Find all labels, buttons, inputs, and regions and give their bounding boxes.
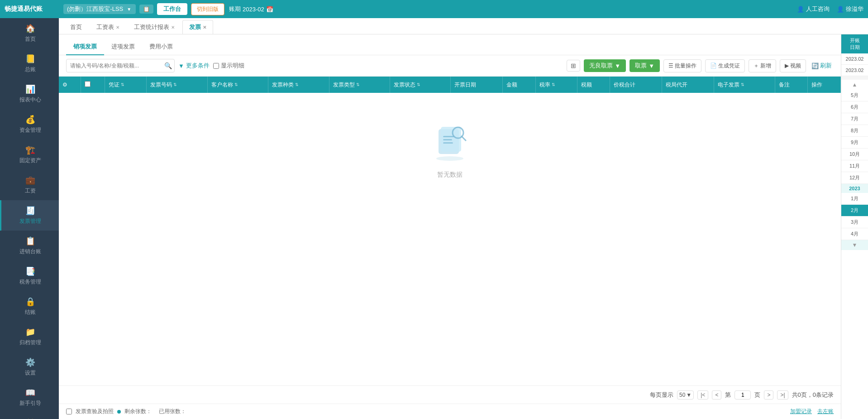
go-right-link[interactable]: 去左账 <box>817 408 834 415</box>
take-ticket-label: 取票 <box>635 62 647 70</box>
new-label: 新增 <box>760 62 771 70</box>
switch-version-button[interactable]: 切到旧版 <box>191 3 224 15</box>
open-period-button[interactable]: 开账 日期 <box>841 34 868 53</box>
date-month-11[interactable]: 11月 <box>841 160 868 172</box>
date-month-2023-2[interactable]: 2月 <box>841 205 868 217</box>
next-page-button[interactable]: > <box>764 390 773 400</box>
company-selector[interactable]: (勿删）江西股宝-LSS ▼ <box>63 4 136 14</box>
sidebar-item-ledger[interactable]: 📒 总账 <box>0 48 59 79</box>
date-month-8[interactable]: 8月 <box>841 125 868 137</box>
sidebar-item-fixed-assets[interactable]: 🏗️ 固定资产 <box>0 140 59 170</box>
date-month-12[interactable]: 12月 <box>841 172 868 184</box>
last-page-button[interactable]: >| <box>777 390 788 400</box>
tab-invoice-close-icon[interactable]: ✕ <box>203 25 206 30</box>
new-button[interactable]: ＋ 新增 <box>749 59 776 72</box>
date-nav-up[interactable]: ▲ <box>841 80 868 90</box>
batch-op-button[interactable]: ☰ 批量操作 <box>663 59 701 72</box>
show-detail-checkbox-label[interactable]: 显示明细 <box>213 62 244 70</box>
prev-page-button[interactable]: < <box>712 390 721 400</box>
sidebar-label-home: 首页 <box>25 35 36 43</box>
th-settings[interactable]: ⚙ <box>59 77 81 93</box>
first-page-button[interactable]: |< <box>697 390 708 400</box>
open-period-label2: 日期 <box>850 44 860 50</box>
tax-code-col-label: 税局代开 <box>666 81 687 89</box>
show-detail-label: 显示明细 <box>221 62 244 70</box>
date-year-2023-02-second[interactable]: 2023.02 <box>841 65 868 76</box>
status-bar: 发票查验及拍照 剩余张数： 已用张数： 加盟记录 去左账 <box>59 404 841 419</box>
sidebar-item-payroll[interactable]: 💼 工资 <box>0 170 59 200</box>
th-e-invoice[interactable]: 电子发票 ⇅ <box>714 77 775 93</box>
tab-home-label: 首页 <box>70 23 82 31</box>
th-customer[interactable]: 客户名称 ⇅ <box>207 77 268 93</box>
svg-line-7 <box>462 136 466 140</box>
verify-checkbox[interactable] <box>66 409 72 414</box>
sidebar-item-funds[interactable]: 💰 资金管理 <box>0 109 59 140</box>
sidebar-item-invoices[interactable]: 🧾 发票管理 <box>0 200 59 231</box>
toolbar-left: 🔍 ▼ 更多条件 显示明细 <box>66 59 563 72</box>
invoice-no-col-label: 发票号码 <box>150 81 172 89</box>
tab-payroll-stats-close-icon[interactable]: ✕ <box>171 25 175 30</box>
customer-col-label: 客户名称 <box>211 81 233 89</box>
search-input[interactable] <box>66 59 175 72</box>
sidebar-label-ledger: 总账 <box>25 66 36 73</box>
sidebar-label-closing: 结账 <box>25 308 36 316</box>
page-number-input[interactable] <box>734 390 751 400</box>
search-icon-button[interactable]: 🔍 <box>164 62 172 69</box>
sidebar-item-reports[interactable]: 📊 报表中心 <box>0 79 59 109</box>
tab-payroll-stats[interactable]: 工资统计报表 ✕ <box>127 20 181 34</box>
tab-invoice[interactable]: 发票 ✕ <box>182 20 213 34</box>
remain-label: 剩余张数： <box>124 408 152 415</box>
sub-tab-sales[interactable]: 销项发票 <box>66 39 104 55</box>
th-voucher[interactable]: 凭证 ⇅ <box>105 77 147 93</box>
th-invoice-type[interactable]: 发票种类 ⇅ <box>268 77 329 93</box>
join-record-link[interactable]: 加盟记录 <box>790 408 812 415</box>
sub-tab-purchase[interactable]: 进项发票 <box>104 39 142 55</box>
sidebar-item-archive[interactable]: 📁 归档管理 <box>0 322 59 352</box>
sidebar-item-sales-ledger[interactable]: 📋 进销台账 <box>0 231 59 261</box>
date-month-2023-3[interactable]: 3月 <box>841 217 868 228</box>
th-invoice-category[interactable]: 发票类型 ⇅ <box>329 77 390 93</box>
no-tax-button[interactable]: 无良取票 ▼ <box>584 59 626 72</box>
date-month-5[interactable]: 5月 <box>841 90 868 101</box>
date-nav-down[interactable]: ▼ <box>841 240 868 250</box>
th-invoice-no[interactable]: 发票号码 ⇅ <box>147 77 207 93</box>
workbench-button[interactable]: 工作台 <box>157 3 187 15</box>
more-filter-button[interactable]: ▼ 更多条件 <box>178 62 210 70</box>
tab-payroll-table[interactable]: 工资表 ✕ <box>90 20 126 34</box>
tax-col-label: 税额 <box>581 81 592 89</box>
refresh-button[interactable]: 🔄 刷新 <box>810 59 834 72</box>
gen-voucher-button[interactable]: 📄 生成凭证 <box>705 59 745 72</box>
date-month-7[interactable]: 7月 <box>841 113 868 125</box>
date-month-2023-4[interactable]: 4月 <box>841 228 868 240</box>
sidebar-item-member[interactable]: 👑 畅会员 <box>0 413 59 419</box>
page-size-select[interactable]: 50 ▼ <box>677 390 694 400</box>
th-checkbox[interactable] <box>81 77 105 93</box>
take-ticket-button[interactable]: 取票 ▼ <box>630 59 660 72</box>
th-tax-rate[interactable]: 税率 ⇅ <box>535 77 577 93</box>
sidebar-item-tax[interactable]: 📑 税务管理 <box>0 261 59 291</box>
user-avatar-item[interactable]: 👤 徐溢华 <box>837 5 863 13</box>
date-month-2023-1[interactable]: 1月 <box>841 193 868 205</box>
filter-icon: ▼ <box>178 63 184 69</box>
video-button[interactable]: ▶ 视频 <box>780 59 806 72</box>
copy-button[interactable]: 📋 <box>139 5 153 14</box>
date-month-9[interactable]: 9月 <box>841 137 868 149</box>
tab-payroll-close-icon[interactable]: ✕ <box>116 25 119 30</box>
show-detail-checkbox[interactable] <box>213 63 219 69</box>
table-container[interactable]: ⚙ 凭证 ⇅ <box>59 77 841 385</box>
tab-home[interactable]: 首页 <box>63 20 89 34</box>
th-invoice-status[interactable]: 发票状态 ⇅ <box>390 77 450 93</box>
payroll-icon: 💼 <box>25 175 35 185</box>
sidebar-item-settings[interactable]: ⚙️ 设置 <box>0 352 59 382</box>
sidebar-item-home[interactable]: 🏠 首页 <box>0 18 59 48</box>
sidebar-item-closing[interactable]: 🔒 结账 <box>0 291 59 322</box>
sub-tab-expense[interactable]: 费用小票 <box>142 39 180 55</box>
e-invoice-col-label: 电子发票 <box>718 81 739 89</box>
date-year-2023-02-first[interactable]: 2023.02 <box>841 53 868 65</box>
select-all-checkbox[interactable] <box>85 81 91 87</box>
sidebar-item-guide[interactable]: 📖 新手引导 <box>0 382 59 413</box>
grid-view-button[interactable]: ⊞ <box>567 60 580 72</box>
date-month-6[interactable]: 6月 <box>841 101 868 113</box>
date-month-10[interactable]: 10月 <box>841 149 868 160</box>
ai-consult-item[interactable]: 👤 人工咨询 <box>797 5 830 13</box>
